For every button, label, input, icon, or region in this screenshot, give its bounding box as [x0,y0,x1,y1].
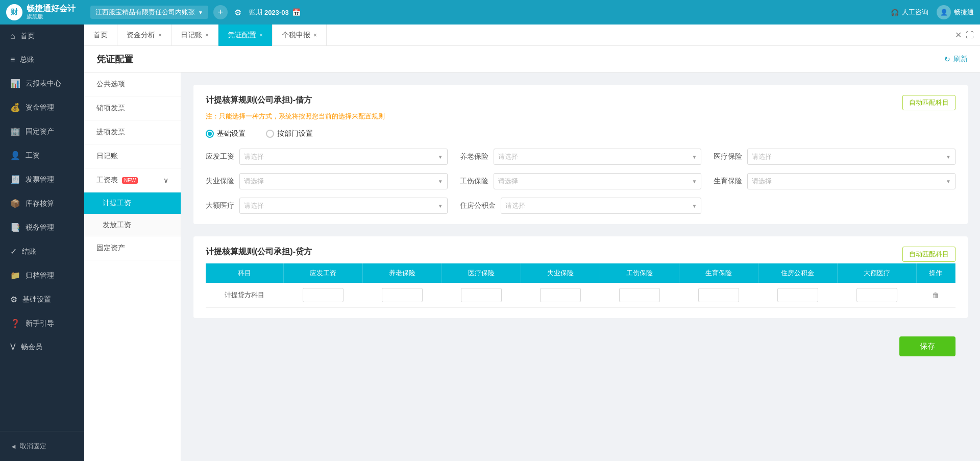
sidebar-item-ledger[interactable]: ≡ 总账 [0,48,84,71]
user-menu[interactable]: 👤 畅捷通 [937,5,974,19]
left-nav-issue-payroll[interactable]: 发放工资 [84,214,181,236]
sidebar-item-checkout[interactable]: ✓ 结账 [0,239,84,263]
radio-basic[interactable]: 基础设置 [206,129,246,138]
sidebar-item-reports[interactable]: 📊 云报表中心 [0,71,84,95]
tab-tax[interactable]: 个税申报 × [273,25,327,46]
injury-cell[interactable] [600,283,679,308]
pension-input[interactable] [382,288,423,302]
salary-input[interactable] [303,288,344,302]
logo-area: 财 畅捷通好会计 旗舰版 [6,4,90,21]
sidebar-item-capital[interactable]: 💰 资金管理 [0,95,84,119]
form-row-medical: 医疗保险 请选择 ▼ [714,149,955,165]
sidebar-item-invoice[interactable]: 🧾 发票管理 [0,167,84,191]
unemployment-input[interactable] [540,288,581,302]
injury-label: 工伤保险 [460,177,488,186]
tab-journal[interactable]: 日记账 × [172,25,218,46]
maternity-cell[interactable] [679,283,758,308]
tab-voucher-config-close-icon[interactable]: × [259,32,263,39]
calendar-icon[interactable]: 📅 [292,8,301,16]
medical-cell[interactable] [442,283,521,308]
salary-label: 应发工资 [206,152,234,161]
settings-icon[interactable]: ⚙ [231,5,245,19]
sidebar-item-inventory[interactable]: 📦 库存核算 [0,191,84,215]
credit-table-wrapper: 科目 应发工资 养老保险 医疗保险 失业保险 工伤保险 生育保险 住房公积金 大… [206,263,955,308]
left-nav-calc-payroll[interactable]: 计提工资 [84,192,181,214]
col-injury: 工伤保险 [600,263,679,283]
left-nav-fixed-assets[interactable]: 固定资产 [84,236,181,260]
radio-dept[interactable]: 按部门设置 [266,129,313,138]
form-row-pension: 养老保险 请选择 ▼ [460,149,702,165]
pension-select[interactable]: 请选择 ▼ [494,149,702,165]
sidebar-item-home[interactable]: ⌂ 首页 [0,25,84,48]
unemployment-cell[interactable] [521,283,600,308]
tab-journal-close-icon[interactable]: × [205,32,209,39]
left-nav-sales-invoice[interactable]: 销项发票 [84,96,181,120]
logo-text: 畅捷通好会计 [27,4,76,13]
sidebar-item-fixed-assets[interactable]: 🏢 固定资产 [0,119,84,143]
sidebar-item-tax[interactable]: 📑 税务管理 [0,215,84,239]
refresh-button[interactable]: ↻ 刷新 [944,55,968,64]
main-layout: ⌂ 首页 ≡ 总账 📊 云报表中心 💰 资金管理 🏢 固定资产 👤 工资 🧾 发… [0,25,980,461]
debit-auto-match-button[interactable]: 自动匹配科目 [902,95,955,110]
medical-select[interactable]: 请选择 ▼ [747,149,955,165]
salary-dropdown-icon: ▼ [438,154,443,160]
sidebar-item-guide[interactable]: ❓ 新手引导 [0,311,84,335]
tax-icon: 📑 [10,223,20,232]
inventory-icon: 📦 [10,199,20,208]
maternity-select[interactable]: 请选择 ▼ [747,173,955,189]
bigmedical-input[interactable] [856,288,897,302]
bigmedical-select[interactable]: 请选择 ▼ [239,198,448,214]
reports-icon: 📊 [10,79,20,88]
unemployment-select[interactable]: 请选择 ▼ [239,173,448,189]
radio-basic-circle [206,130,214,138]
cancel-fixed-button[interactable]: ◄ 取消固定 [0,436,84,456]
tab-bar-end: ✕ ⛶ [955,30,980,40]
housing-input[interactable] [777,288,818,302]
injury-select[interactable]: 请选择 ▼ [494,173,702,189]
housing-cell[interactable] [758,283,837,308]
tab-voucher-config[interactable]: 凭证配置 × [218,25,273,46]
left-nav-public[interactable]: 公共选项 [84,72,181,96]
col-housing: 住房公积金 [758,263,837,283]
salary-select[interactable]: 请选择 ▼ [239,149,448,165]
sidebar: ⌂ 首页 ≡ 总账 📊 云报表中心 💰 资金管理 🏢 固定资产 👤 工资 🧾 发… [0,25,84,461]
invoice-icon: 🧾 [10,175,20,184]
tab-home[interactable]: 首页 [84,25,117,46]
medical-label: 医疗保险 [714,152,742,161]
add-account-button[interactable]: + [213,5,228,19]
save-button[interactable]: 保存 [899,336,955,356]
ai-service-button[interactable]: 🎧 人工咨询 [891,8,928,17]
maternity-input[interactable] [698,288,739,302]
logo-subtext: 旗舰版 [27,13,76,20]
debit-form-grid: 应发工资 请选择 ▼ 养老保险 请选择 ▼ [206,149,955,214]
left-arrow-icon: ◄ [10,443,17,450]
ledger-icon: ≡ [10,55,15,64]
maximize-tab-icon[interactable]: ⛶ [966,31,974,40]
pension-cell[interactable] [362,283,442,308]
sidebar-item-settings[interactable]: ⚙ 基础设置 [0,287,84,311]
tab-capital[interactable]: 资金分析 × [117,25,172,46]
sidebar-item-payroll[interactable]: 👤 工资 [0,143,84,167]
pension-dropdown-icon: ▼ [692,154,697,160]
left-nav-payroll-group[interactable]: 工资表 NEW ∨ [84,168,181,192]
member-icon: V [10,343,16,352]
bigmedical-cell[interactable] [837,283,916,308]
tab-capital-close-icon[interactable]: × [158,32,162,39]
credit-auto-match-button[interactable]: 自动匹配科目 [902,247,955,262]
tab-tax-close-icon[interactable]: × [313,32,317,39]
sidebar-item-archive[interactable]: 📁 归档管理 [0,263,84,287]
left-nav-purchase-invoice[interactable]: 进项发票 [84,120,181,144]
medical-input[interactable] [461,288,502,302]
sidebar-item-member[interactable]: V 畅会员 [0,335,84,359]
left-nav-journal[interactable]: 日记账 [84,144,181,168]
housing-select[interactable]: 请选择 ▼ [501,198,702,214]
chevron-down-icon: ∨ [163,176,168,184]
salary-cell[interactable] [283,283,362,308]
company-selector[interactable]: 江西服宝精品有限责任公司内账张 ▼ [90,6,208,19]
injury-input[interactable] [619,288,660,302]
delete-row-button[interactable]: 🗑 [932,291,939,299]
form-row-housing: 住房公积金 请选择 ▼ [460,198,702,214]
close-tab-icon[interactable]: ✕ [955,30,962,40]
radio-dept-circle [266,130,274,138]
medical-dropdown-icon: ▼ [946,154,951,160]
